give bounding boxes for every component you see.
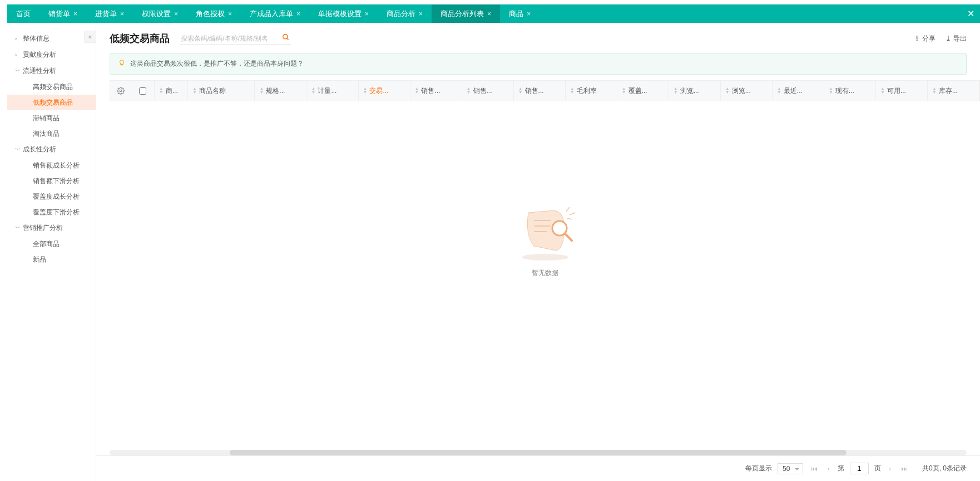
close-icon[interactable]: × xyxy=(365,10,369,18)
tab-label: 商品分析列表 xyxy=(440,9,484,19)
tab-label: 角色授权 xyxy=(196,9,225,19)
tab-9[interactable]: 商品× xyxy=(500,4,540,23)
tab-4[interactable]: 角色授权× xyxy=(187,4,241,23)
tab-label: 产成品入库单 xyxy=(250,9,293,19)
close-icon[interactable]: × xyxy=(527,10,531,18)
tab-3[interactable]: 权限设置× xyxy=(133,4,187,23)
close-icon[interactable]: × xyxy=(73,10,77,18)
tab-5[interactable]: 产成品入库单× xyxy=(241,4,309,23)
tab-7[interactable]: 商品分析× xyxy=(378,4,432,23)
tab-label: 单据模板设置 xyxy=(318,9,362,19)
tab-2[interactable]: 进货单× xyxy=(86,4,133,23)
tab-label: 商品分析 xyxy=(387,9,415,19)
close-all-tabs-button[interactable]: ✕ xyxy=(961,4,980,23)
close-icon[interactable]: × xyxy=(120,10,124,18)
tab-8[interactable]: 商品分析列表× xyxy=(432,4,500,23)
tab-label: 进货单 xyxy=(95,9,117,19)
close-icon[interactable]: × xyxy=(419,10,423,18)
close-icon[interactable]: × xyxy=(228,10,232,18)
tab-6[interactable]: 单据模板设置× xyxy=(309,4,378,23)
tab-1[interactable]: 销货单× xyxy=(39,4,86,23)
tab-label: 商品 xyxy=(509,9,523,19)
tab-label: 销货单 xyxy=(48,9,70,19)
tab-label: 首页 xyxy=(16,9,31,19)
tab-0[interactable]: 首页 xyxy=(7,4,39,23)
close-icon[interactable]: × xyxy=(174,10,178,18)
close-icon: ✕ xyxy=(967,8,974,19)
close-icon[interactable]: × xyxy=(296,10,300,18)
close-icon[interactable]: × xyxy=(487,10,491,18)
tab-label: 权限设置 xyxy=(142,9,171,19)
tabs-bar: 首页销货单×进货单×权限设置×角色授权×产成品入库单×单据模板设置×商品分析×商… xyxy=(7,4,980,23)
